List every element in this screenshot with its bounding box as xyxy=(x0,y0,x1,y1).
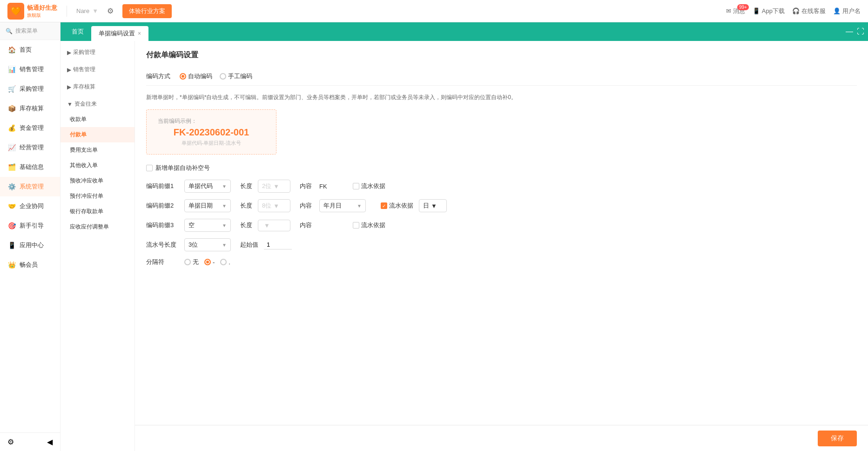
prefix3-arrow-icon: ▼ xyxy=(222,223,227,228)
submenu-advance-receivable[interactable]: 预收冲应收单 xyxy=(61,173,135,188)
tab-home[interactable]: 首页 xyxy=(64,24,91,39)
message-badge: 99+ xyxy=(737,4,749,10)
app-download-button[interactable]: 📱 App下载 xyxy=(753,7,785,15)
submenu-bank-deposit[interactable]: 银行存取款单 xyxy=(61,204,135,219)
serial-select-value: 3位 xyxy=(188,241,198,249)
top-bar: 🧡 畅通好生意 旗舰版 Nare ▼ ⚙ 体验行业方案 ✉ 消息 99+ 📱 A… xyxy=(0,0,868,22)
app-download-label: App下载 xyxy=(762,7,785,15)
save-button[interactable]: 保存 xyxy=(818,431,857,446)
prefix3-content-label: 内容 xyxy=(300,221,312,229)
sidebar-item-purchase[interactable]: 🛒 采购管理 xyxy=(0,79,60,99)
submenu-capital-arrow: ▼ xyxy=(67,101,73,108)
preview-code: FK-20230602-001 xyxy=(158,127,265,138)
sidebar-label-apps: 应用中心 xyxy=(20,241,44,249)
prefix2-length-value: 8位 xyxy=(262,202,271,210)
prefix1-content-value: FK xyxy=(319,183,338,190)
prefix2-select[interactable]: 单据日期 ▼ xyxy=(184,199,231,212)
submenu-payment[interactable]: 付款单 xyxy=(61,127,135,142)
avatar-icon: 👤 xyxy=(833,7,841,14)
maximize-icon[interactable]: ⛶ xyxy=(857,27,864,36)
sidebar-item-basic[interactable]: 🗂️ 基础信息 xyxy=(0,157,60,177)
encoding-method-label: 编码方式 xyxy=(146,72,170,81)
message-button[interactable]: ✉ 消息 99+ xyxy=(726,7,745,15)
prefix2-flow-period-select[interactable]: 日 ▼ xyxy=(419,199,447,212)
prefix3-select[interactable]: 空 ▼ xyxy=(184,219,231,232)
sidebar-item-sales[interactable]: 📊 销售管理 xyxy=(0,60,60,79)
serial-arrow-icon: ▼ xyxy=(222,242,227,248)
submenu-advance-payable[interactable]: 预付冲应付单 xyxy=(61,188,135,204)
auto-fill-row: 新增单据自动补空号 xyxy=(146,164,857,172)
sep-dot-label: . xyxy=(229,259,230,266)
experience-button[interactable]: 体验行业方案 xyxy=(122,4,172,18)
prefix1-flow-checkbox[interactable] xyxy=(353,183,359,189)
prefix2-flow-check: ✓ 流水依据 日 ▼ xyxy=(381,199,447,212)
sidebar-collapse-icon[interactable]: ◀ xyxy=(47,438,53,446)
inventory-icon: 📦 xyxy=(7,104,16,113)
sep-dash-label: - xyxy=(213,259,215,266)
radio-auto[interactable]: 自动编码 xyxy=(180,72,212,81)
prefix2-arrow-icon: ▼ xyxy=(222,203,227,209)
prefix1-select[interactable]: 单据代码 ▼ xyxy=(184,180,231,193)
app-icon: 📱 xyxy=(753,7,760,14)
search-menu[interactable]: 🔍 搜索菜单 xyxy=(0,22,60,40)
sidebar-item-apps[interactable]: 📱 应用中心 xyxy=(0,236,60,255)
submenu-capital-header[interactable]: ▼ 资金往来 xyxy=(61,96,135,112)
submenu-receipt[interactable]: 收款单 xyxy=(61,112,135,127)
submenu-other-income[interactable]: 其他收入单 xyxy=(61,158,135,173)
submenu-sales-header[interactable]: ▶ 销售管理 xyxy=(61,62,135,77)
search-label: 搜索菜单 xyxy=(15,27,38,35)
sidebar-item-guide[interactable]: 🎯 新手引导 xyxy=(0,216,60,236)
user-name: 用户名 xyxy=(842,7,861,15)
sidebar-item-finance[interactable]: 💰 资金管理 xyxy=(0,118,60,138)
tab-encoding[interactable]: 单据编码设置 × xyxy=(91,26,148,41)
prefix1-length-label: 长度 xyxy=(240,182,252,190)
sidebar-item-inventory[interactable]: 📦 库存核算 xyxy=(0,99,60,118)
tab-encoding-label: 单据编码设置 xyxy=(99,29,135,38)
sidebar-item-home[interactable]: 🏠 首页 xyxy=(0,40,60,60)
prefix1-label: 编码前缀1 xyxy=(146,182,179,190)
settings-icon[interactable]: ⚙ xyxy=(104,5,117,18)
separator-row: 分隔符 无 - . xyxy=(146,258,857,266)
submenu-purchase-header[interactable]: ▶ 采购管理 xyxy=(61,45,135,60)
prefix1-arrow-icon: ▼ xyxy=(222,184,227,189)
content-wrapper: 首页 单据编码设置 × — ⛶ ▶ 采购管理 xyxy=(61,22,868,451)
sep-dash[interactable]: - xyxy=(204,259,215,266)
start-value-input[interactable] xyxy=(264,240,292,249)
tab-close-icon[interactable]: × xyxy=(138,30,141,37)
sep-none[interactable]: 无 xyxy=(184,258,199,266)
submenu-receivable-adjust[interactable]: 应收应付调整单 xyxy=(61,219,135,235)
user-avatar[interactable]: 👤 用户名 xyxy=(833,7,861,15)
tab-bar-actions: — ⛶ xyxy=(846,27,864,36)
sidebar-settings-icon[interactable]: ⚙ xyxy=(7,438,14,446)
apps-icon: 📱 xyxy=(7,241,16,249)
sidebar-item-operations[interactable]: 📈 经营管理 xyxy=(0,138,60,157)
prefix1-length-arrow: ▼ xyxy=(273,183,279,190)
sidebar-item-enterprise[interactable]: 🤝 企业协同 xyxy=(0,196,60,216)
sep-dot[interactable]: . xyxy=(220,259,230,266)
prefix2-content-select[interactable]: 年月日 ▼ xyxy=(319,199,366,212)
sidebar-label-home: 首页 xyxy=(20,46,32,54)
preview-box: 当前编码示例： FK-20230602-001 单据代码-单据日期-流水号 xyxy=(146,109,276,155)
prefix3-length-select[interactable]: ▼ xyxy=(258,220,290,231)
prefix1-content-label: 内容 xyxy=(300,182,312,190)
prefix2-flow-period-value: 日 xyxy=(423,202,429,210)
prefix2-content-value: 年月日 xyxy=(323,202,342,210)
submenu-purchase-group: ▶ 采购管理 xyxy=(61,45,135,60)
sidebar-item-system[interactable]: ⚙️ 系统管理 xyxy=(0,177,60,196)
guide-icon: 🎯 xyxy=(7,222,16,230)
radio-manual[interactable]: 手工编码 xyxy=(220,72,252,81)
prefix2-flow-checkbox[interactable]: ✓ xyxy=(381,202,387,209)
prefix3-flow-checkbox[interactable] xyxy=(353,222,359,229)
sidebar-item-member[interactable]: 👑 畅会员 xyxy=(0,255,60,275)
preview-label: 当前编码示例： xyxy=(158,117,265,125)
radio-auto-label: 自动编码 xyxy=(188,72,212,81)
encoding-radio-group: 自动编码 手工编码 xyxy=(180,72,252,81)
submenu-sales-label: 销售管理 xyxy=(73,66,95,74)
auto-fill-checkbox[interactable] xyxy=(146,165,153,171)
inner-content: ▶ 采购管理 ▶ 销售管理 ▶ 库存核算 xyxy=(61,41,868,451)
submenu-expense[interactable]: 费用支出单 xyxy=(61,142,135,158)
minimize-icon[interactable]: — xyxy=(846,27,853,36)
serial-select[interactable]: 3位 ▼ xyxy=(184,238,231,251)
submenu-inventory-header[interactable]: ▶ 库存核算 xyxy=(61,79,135,94)
online-service-button[interactable]: 🎧 在线客服 xyxy=(792,7,826,15)
